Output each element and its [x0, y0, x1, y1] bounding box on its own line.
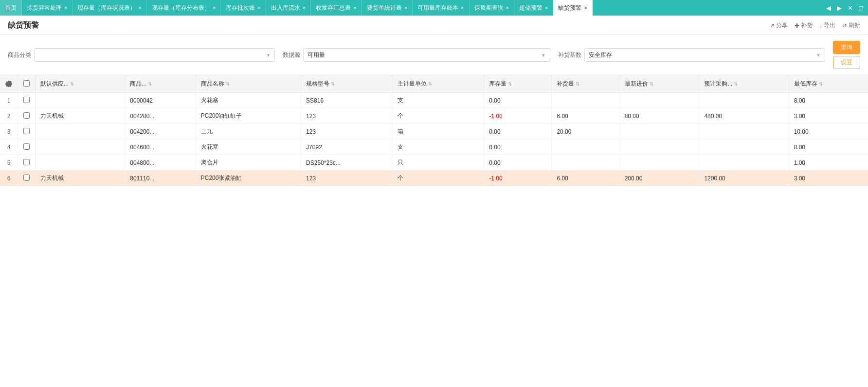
row-min-stock: 1.00	[789, 155, 868, 171]
share-button[interactable]: ↗ 分享	[770, 21, 788, 30]
row-supplier: 力天机械	[36, 171, 125, 186]
row-supplier	[36, 155, 125, 171]
replenish-basis-filter-group: 补货基数 安全库存 ▼	[558, 48, 825, 62]
refresh-button[interactable]: ↺ 刷新	[842, 21, 860, 30]
row-checkbox-cell[interactable]	[18, 140, 36, 155]
row-stock: 0.00	[484, 140, 552, 155]
category-label: 商品分类	[8, 51, 31, 59]
th-replenish-qty[interactable]: 补货量 ⇅	[552, 75, 619, 93]
row-checkbox-cell[interactable]	[18, 93, 36, 108]
replenish-button[interactable]: ✚ 补货	[795, 21, 813, 30]
data-table: 默认供应... ⇅ 商品... ⇅ 商品名称 ⇅	[0, 75, 868, 186]
tab-bar: 首页 拣货异常处理 × 现存量（库存状况表） × 现存量（库存分布表） × 库存…	[0, 0, 868, 16]
row-est-purchase	[699, 93, 789, 108]
sort-icon: ⇅	[819, 81, 823, 87]
th-est-purchase[interactable]: 预计采购... ⇅	[699, 75, 789, 93]
tab-inventory-dist[interactable]: 现存量（库存分布表） ×	[147, 0, 221, 16]
sort-icon: ⇅	[148, 81, 152, 87]
row-latest-price: 200.00	[619, 171, 699, 186]
row-est-purchase: 480.00	[699, 108, 789, 124]
th-unit[interactable]: 主计量单位 ⇅	[392, 75, 484, 93]
sort-icon: ⇅	[70, 81, 74, 87]
th-latest-price[interactable]: 最新进价 ⇅	[619, 75, 699, 93]
query-button[interactable]: 查询	[833, 41, 860, 54]
tab-expire-query[interactable]: 保质期查询 ×	[470, 0, 514, 16]
sort-icon: ⇅	[428, 81, 432, 87]
row-checkbox-cell[interactable]	[18, 124, 36, 140]
row-supplier	[36, 124, 125, 140]
close-icon[interactable]: ×	[138, 5, 141, 11]
filter-actions: 查询 设置	[833, 41, 860, 69]
tab-inout-flow[interactable]: 出入库流水 ×	[266, 0, 311, 16]
close-icon[interactable]: ×	[404, 5, 407, 11]
replenish-basis-select[interactable]: 安全库存 ▼	[584, 48, 825, 62]
row-checkbox[interactable]	[23, 112, 30, 119]
row-checkbox[interactable]	[23, 143, 30, 150]
tab-batch-account[interactable]: 库存批次账 ×	[221, 0, 266, 16]
table-container: 默认供应... ⇅ 商品... ⇅ 商品名称 ⇅	[0, 75, 868, 186]
close-icon[interactable]: ×	[353, 5, 356, 11]
settings-button[interactable]: 设置	[833, 56, 860, 69]
tab-collect-summary[interactable]: 收发存汇总表 ×	[311, 0, 362, 16]
tab-defect-handle[interactable]: 拣货异常处理 ×	[22, 0, 72, 16]
row-checkbox-cell[interactable]	[18, 108, 36, 124]
row-name: 火花塞	[196, 93, 301, 108]
chevron-down-icon: ▼	[266, 53, 271, 58]
chevron-down-icon: ▼	[541, 53, 546, 58]
row-number: 6	[0, 171, 18, 186]
row-unit: 只	[392, 155, 484, 171]
row-min-stock: 10.00	[789, 124, 868, 140]
th-checkbox[interactable]	[18, 75, 36, 93]
th-name[interactable]: 商品名称 ⇅	[196, 75, 301, 93]
close-icon[interactable]: ×	[506, 5, 509, 11]
close-icon[interactable]: ×	[213, 5, 216, 11]
close-icon[interactable]: ×	[584, 5, 587, 11]
row-spec: SS816	[301, 93, 393, 108]
row-name: 三九	[196, 124, 301, 140]
row-checkbox[interactable]	[23, 159, 30, 165]
datasource-label: 数据源	[283, 51, 300, 59]
th-gear[interactable]	[0, 75, 18, 93]
table-row: 3 004200... 三九 123 箱 0.00 20.00 10.00	[0, 124, 868, 140]
tab-inventory-status[interactable]: 现存量（库存状况表） ×	[72, 0, 146, 16]
category-select[interactable]: ▼	[34, 48, 275, 62]
close-icon[interactable]: ×	[461, 5, 464, 11]
row-checkbox[interactable]	[23, 97, 30, 103]
th-spec[interactable]: 规格型号 ⇅	[301, 75, 393, 93]
row-checkbox[interactable]	[23, 175, 30, 181]
sort-icon: ⇅	[508, 81, 512, 87]
tab-expand-button[interactable]: ⊡	[855, 2, 866, 13]
th-min-stock[interactable]: 最低库存 ⇅	[789, 75, 868, 93]
tab-home[interactable]: 首页	[0, 0, 22, 16]
close-icon[interactable]: ×	[64, 5, 67, 11]
export-button[interactable]: ↓ 导出	[819, 21, 835, 30]
close-icon[interactable]: ×	[257, 5, 260, 11]
tab-order-stats[interactable]: 要货单统计表 ×	[362, 0, 413, 16]
row-number: 1	[0, 93, 18, 108]
close-icon[interactable]: ×	[303, 5, 306, 11]
table-row: 1 0000042 火花塞 SS816 支 0.00 8.00	[0, 93, 868, 108]
row-replenish-qty	[552, 140, 619, 155]
tab-overstock[interactable]: 超储预警 ×	[514, 0, 553, 16]
row-checkbox-cell[interactable]	[18, 155, 36, 171]
datasource-filter-group: 数据源 可用量 ▼	[283, 48, 550, 62]
row-min-stock: 3.00	[789, 108, 868, 124]
row-stock: -1.00	[484, 108, 552, 124]
row-stock: -1.00	[484, 171, 552, 186]
th-stock[interactable]: 库存量 ⇅	[484, 75, 552, 93]
category-filter-group: 商品分类 ▼	[8, 48, 275, 62]
tab-close-all-button[interactable]: ✕	[845, 2, 855, 13]
tab-shortage[interactable]: 缺货预警 ×	[553, 0, 592, 16]
table-row: 2 力天机械 004200... PC200油缸缸子 123 个 -1.00 6…	[0, 108, 868, 124]
tab-prev-button[interactable]: ◀	[823, 2, 834, 13]
close-icon[interactable]: ×	[545, 5, 548, 11]
tab-available-ledger[interactable]: 可用量库存账本 ×	[413, 0, 469, 16]
tab-next-button[interactable]: ▶	[834, 2, 845, 13]
datasource-select[interactable]: 可用量 ▼	[303, 48, 550, 62]
row-checkbox[interactable]	[23, 128, 30, 134]
th-sku[interactable]: 商品... ⇅	[125, 75, 196, 93]
select-all-checkbox[interactable]	[23, 80, 30, 87]
row-checkbox-cell[interactable]	[18, 171, 36, 186]
row-name: 火花塞	[196, 140, 301, 155]
th-supplier[interactable]: 默认供应... ⇅	[36, 75, 125, 93]
